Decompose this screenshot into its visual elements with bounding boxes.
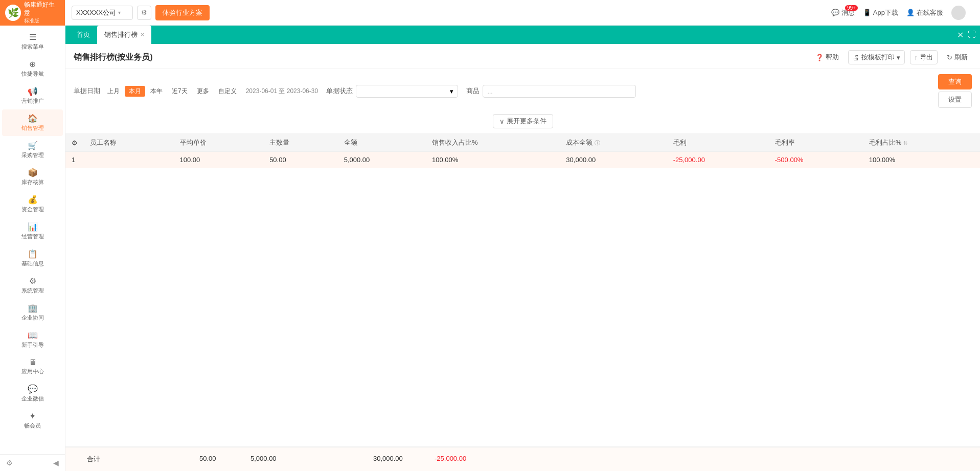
app-download-btn[interactable]: 📱 App下载 bbox=[863, 8, 898, 17]
sidebar-item-label: 快捷导航 bbox=[21, 70, 44, 78]
sidebar-item-guide[interactable]: 📖 新手引导 bbox=[2, 326, 63, 353]
sidebar-item-label: 库存核算 bbox=[21, 178, 44, 186]
sidebar-item-finance[interactable]: 💰 资金管理 bbox=[2, 191, 63, 217]
help-btn[interactable]: ❓ 帮助 bbox=[811, 51, 843, 64]
sidebar-item-label: 经营管理 bbox=[21, 233, 44, 240]
cell-avg-price: 100.00 bbox=[174, 152, 264, 168]
trial-button[interactable]: 体验行业方案 bbox=[155, 5, 210, 20]
th-settings[interactable]: ⚙ bbox=[65, 134, 84, 152]
filter-area: 单据日期 上月 本月 本年 近7天 更多 自定义 2023-06-01 至 20… bbox=[65, 69, 980, 134]
enterprise-icon: 🏢 bbox=[28, 303, 38, 313]
date-tab-current-year[interactable]: 本年 bbox=[146, 86, 167, 97]
search-menu-icon: ☰ bbox=[29, 32, 36, 42]
sidebar-item-search[interactable]: ☰ 搜索菜单 bbox=[2, 28, 63, 55]
goods-placeholder: ... bbox=[487, 87, 493, 95]
sidebar-item-base-info[interactable]: 📋 基础信息 bbox=[2, 245, 63, 272]
th-avg-price: 平均单价 bbox=[174, 134, 264, 152]
gear-icon: ⚙ bbox=[141, 9, 147, 16]
sidebar-item-purchase[interactable]: 🛒 采购管理 bbox=[2, 137, 63, 163]
system-icon: ⚙ bbox=[29, 276, 36, 286]
page-header: 销售排行榜(按业务员) ❓ 帮助 🖨 按模板打印 ▾ ↑ 导出 ↻ 刷新 bbox=[65, 44, 980, 69]
sort-icon: ⇅ bbox=[903, 140, 907, 146]
sidebar-item-inventory[interactable]: 📦 库存核算 bbox=[2, 164, 63, 190]
print-icon: 🖨 bbox=[853, 54, 859, 61]
main-area: XXXXXX公司 ▾ ⚙ 体验行业方案 💬 消息 99+ 📱 App下载 👤 在… bbox=[65, 0, 980, 471]
goods-filter-label: 商品 bbox=[466, 86, 480, 96]
help-icon: ❓ bbox=[815, 54, 824, 61]
refresh-label: 刷新 bbox=[954, 53, 968, 62]
sidebar-item-operations[interactable]: 📊 经营管理 bbox=[2, 218, 63, 244]
sidebar-item-label: 搜索菜单 bbox=[21, 43, 44, 51]
purchase-icon: 🛒 bbox=[28, 141, 38, 150]
print-btn[interactable]: 🖨 按模板打印 ▾ bbox=[848, 50, 905, 64]
logo-subtitle: 标准版 bbox=[24, 17, 60, 25]
logo-title: 畅康通好生意 bbox=[24, 1, 60, 17]
date-filter-label: 单据日期 bbox=[74, 86, 100, 96]
window-close-icon[interactable]: ✕ bbox=[957, 30, 964, 40]
date-tab-custom[interactable]: 自定义 bbox=[214, 86, 241, 97]
topbar-right: 💬 消息 99+ 📱 App下载 👤 在线客服 bbox=[831, 6, 974, 20]
sidebar-collapse-btn[interactable]: ◀ bbox=[53, 459, 59, 467]
cost-info-icon[interactable]: ⓘ bbox=[595, 140, 600, 146]
tab-sales-ranking[interactable]: 销售排行榜 × bbox=[97, 26, 151, 44]
tab-home-label: 首页 bbox=[77, 30, 90, 39]
th-main-qty: 主数量 bbox=[263, 134, 338, 152]
cell-total: 5,000.00 bbox=[338, 152, 426, 168]
status-chevron-icon: ▾ bbox=[450, 87, 453, 95]
export-btn[interactable]: ↑ 导出 bbox=[910, 50, 938, 64]
guide-icon: 📖 bbox=[28, 330, 38, 340]
marketing-icon: 📢 bbox=[28, 86, 38, 96]
page-title: 销售排行榜(按业务员) bbox=[74, 52, 153, 63]
sidebar-settings-btn[interactable]: ⚙ bbox=[6, 459, 13, 467]
table-header: ⚙ 员工名称 平均单价 主数量 全额 销售收入占比% 成本全额 ⓘ 毛利 毛利率… bbox=[65, 134, 980, 152]
date-tab-more[interactable]: 更多 bbox=[193, 86, 213, 97]
window-maximize-icon[interactable]: ⛶ bbox=[968, 30, 976, 40]
sidebar-item-member[interactable]: ✦ 畅会员 bbox=[2, 407, 63, 434]
sidebar-item-sales[interactable]: 🏠 销售管理 bbox=[2, 109, 63, 136]
footer-spacer bbox=[65, 452, 81, 467]
date-tab-7days[interactable]: 近7天 bbox=[168, 86, 192, 97]
goods-filter-group: 商品 ... bbox=[466, 85, 636, 98]
tab-home[interactable]: 首页 bbox=[70, 26, 97, 44]
date-tab-prev-month[interactable]: 上月 bbox=[103, 86, 124, 97]
tab-close-icon[interactable]: × bbox=[141, 31, 144, 38]
sidebar-item-system[interactable]: ⚙ 系统管理 bbox=[2, 272, 63, 299]
search-button[interactable]: 查询 bbox=[938, 74, 972, 89]
phone-icon: 📱 bbox=[863, 9, 871, 16]
app-download-label: App下载 bbox=[873, 8, 898, 17]
footer-label: 合计 bbox=[81, 452, 142, 467]
sidebar-item-label: 新手引导 bbox=[21, 341, 44, 349]
sidebar-item-marketing[interactable]: 📢 营销推广 bbox=[2, 82, 63, 109]
sidebar-logo: 🌿 畅康通好生意 标准版 bbox=[0, 0, 65, 26]
footer-gross-rate bbox=[490, 452, 551, 467]
company-selector[interactable]: XXXXXX公司 ▾ bbox=[72, 6, 133, 20]
cell-gross-rate: -500.00% bbox=[769, 152, 863, 168]
sidebar-item-quick-nav[interactable]: ⊕ 快捷导航 bbox=[2, 55, 63, 82]
settings-button[interactable]: 设置 bbox=[938, 92, 972, 108]
sidebar-item-label: 基础信息 bbox=[21, 260, 44, 267]
settings-gear-btn[interactable]: ⚙ bbox=[137, 6, 151, 20]
message-btn[interactable]: 💬 消息 99+ bbox=[831, 8, 855, 17]
sidebar-item-weixin[interactable]: 💬 企业微信 bbox=[2, 380, 63, 407]
date-tab-current-month[interactable]: 本月 bbox=[125, 86, 145, 97]
sidebar-item-app-center[interactable]: 🖥 应用中心 bbox=[2, 353, 63, 379]
expand-filter-btn[interactable]: ∨ 展开更多条件 bbox=[493, 114, 553, 128]
footer-gross: -25,000.00 bbox=[428, 452, 490, 467]
sidebar-item-enterprise[interactable]: 🏢 企业协同 bbox=[2, 299, 63, 326]
cell-gross-pct: 100.00% bbox=[863, 152, 980, 168]
goods-select[interactable]: ... bbox=[483, 85, 636, 98]
page-actions: ❓ 帮助 🖨 按模板打印 ▾ ↑ 导出 ↻ 刷新 bbox=[811, 50, 972, 64]
sidebar-item-label: 资金管理 bbox=[21, 206, 44, 213]
page-content: 销售排行榜(按业务员) ❓ 帮助 🖨 按模板打印 ▾ ↑ 导出 ↻ 刷新 bbox=[65, 44, 980, 471]
footer-total: 5,000.00 bbox=[244, 452, 306, 467]
status-select[interactable]: ▾ bbox=[356, 85, 458, 98]
expand-down-icon: ∨ bbox=[499, 118, 505, 125]
sidebar-item-label: 营销推广 bbox=[21, 97, 44, 105]
user-avatar[interactable] bbox=[951, 6, 966, 20]
th-gross: 毛利 bbox=[667, 134, 769, 152]
service-icon: 👤 bbox=[906, 9, 915, 16]
status-filter-group: 单据状态 ▾ bbox=[326, 85, 458, 98]
footer-sales-pct bbox=[306, 452, 367, 467]
online-service-btn[interactable]: 👤 在线客服 bbox=[906, 8, 943, 17]
refresh-btn[interactable]: ↻ 刷新 bbox=[943, 51, 972, 64]
